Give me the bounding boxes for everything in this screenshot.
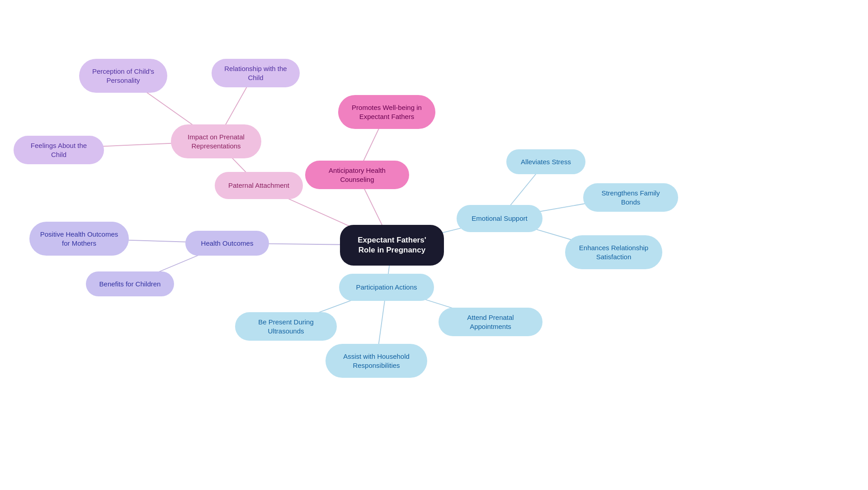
node-be_present: Be Present During Ultrasounds	[235, 312, 337, 341]
node-participation_actions: Participation Actions	[339, 274, 434, 301]
node-anticipatory: Anticipatory Health Counseling	[305, 161, 409, 189]
node-impact_prenatal: Impact on Prenatal Representations	[171, 124, 261, 158]
node-attend_prenatal: Attend Prenatal Appointments	[439, 308, 542, 336]
node-perception_child: Perception of Child's Personality	[79, 59, 167, 93]
node-feelings_child: Feelings About the Child	[14, 136, 104, 164]
node-promotes_wellbeing: Promotes Well-being in Expectant Fathers	[338, 95, 435, 129]
node-relationship_child: Relationship with the Child	[212, 59, 300, 87]
node-benefits_children: Benefits for Children	[86, 271, 174, 296]
node-alleviates_stress: Alleviates Stress	[506, 149, 585, 174]
mind-map: Expectant Fathers' Role in PregnancyPate…	[0, 0, 868, 490]
node-health_outcomes: Health Outcomes	[185, 231, 269, 256]
node-enhances_relationship: Enhances Relationship Satisfaction	[565, 235, 662, 269]
node-emotional_support: Emotional Support	[457, 205, 542, 232]
node-positive_health: Positive Health Outcomes for Mothers	[29, 222, 129, 256]
node-paternal_attachment: Paternal Attachment	[215, 172, 303, 199]
node-strengthens_family: Strengthens Family Bonds	[583, 183, 678, 212]
node-center: Expectant Fathers' Role in Pregnancy	[340, 225, 444, 266]
node-assist_household: Assist with Household Responsibilities	[326, 344, 427, 378]
